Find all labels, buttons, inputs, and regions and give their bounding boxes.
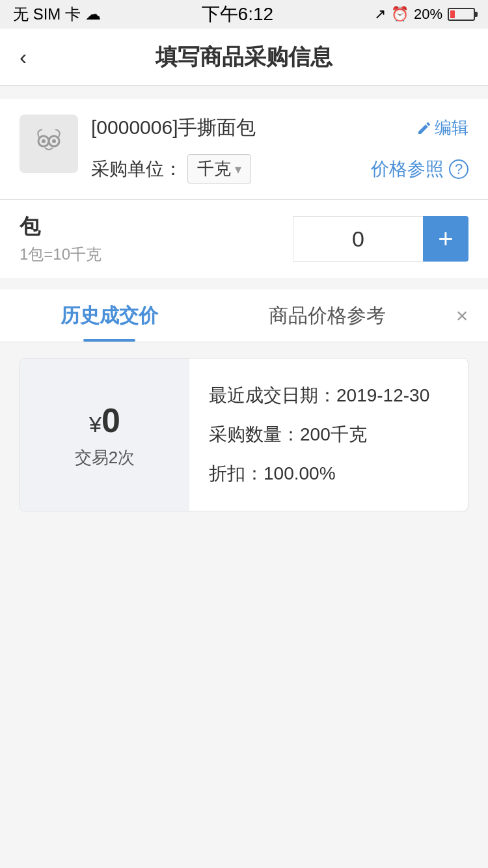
page-title: 填写商品采购信息 bbox=[156, 42, 332, 72]
status-left: 无 SIM 卡 ☁ bbox=[13, 4, 101, 25]
qty-conversion: 1包=10千克 bbox=[20, 244, 102, 265]
product-logo-icon bbox=[29, 124, 68, 163]
edit-icon bbox=[416, 120, 432, 136]
status-time: 下午6:12 bbox=[202, 2, 274, 27]
product-card: [0000006]手撕面包 编辑 采购单位： 千克 ▾ bbox=[0, 99, 488, 199]
price-ref-button[interactable]: 价格参照 ? bbox=[371, 157, 468, 182]
tab-bar: 历史成交价 商品价格参考 × bbox=[0, 290, 488, 342]
qty-input-area: 0 + bbox=[293, 216, 468, 262]
back-button[interactable]: ‹ bbox=[20, 38, 33, 76]
product-thumbnail bbox=[20, 115, 78, 173]
status-right: ↗ ⏰ 20% bbox=[374, 6, 475, 23]
tab-history-price[interactable]: 历史成交价 bbox=[0, 290, 218, 342]
edit-label: 编辑 bbox=[435, 116, 468, 139]
qty-unit-name: 包 bbox=[20, 213, 102, 241]
currency-symbol: ¥ bbox=[89, 412, 102, 437]
battery-percent: 20% bbox=[414, 6, 442, 23]
location-icon: ↗ bbox=[374, 6, 386, 23]
purchase-qty-label: 采购数量： bbox=[209, 424, 300, 444]
unit-label: 采购单位： bbox=[91, 157, 182, 182]
status-bar: 无 SIM 卡 ☁ 下午6:12 ↗ ⏰ 20% bbox=[0, 0, 488, 29]
help-icon: ? bbox=[449, 159, 468, 179]
product-info: [0000006]手撕面包 编辑 采购单位： 千克 ▾ bbox=[91, 115, 468, 183]
discount-label: 折扣： bbox=[209, 463, 264, 483]
price-ref-label: 价格参照 bbox=[371, 157, 444, 182]
edit-button[interactable]: 编辑 bbox=[416, 116, 468, 139]
page-content: [0000006]手撕面包 编辑 采购单位： 千克 ▾ bbox=[0, 99, 488, 619]
dropdown-arrow-icon: ▾ bbox=[235, 161, 241, 177]
recent-date-row: 最近成交日期：2019-12-30 bbox=[209, 382, 448, 409]
product-name-row: [0000006]手撕面包 编辑 bbox=[91, 115, 468, 141]
nav-bar: ‹ 填写商品采购信息 bbox=[0, 29, 488, 86]
qty-label-area: 包 1包=10千克 bbox=[20, 213, 102, 265]
discount-row: 折扣：100.00% bbox=[209, 460, 448, 487]
unit-select[interactable]: 千克 ▾ bbox=[187, 154, 251, 183]
history-card: ¥0 交易2次 最近成交日期：2019-12-30 采购数量：200千克 折扣：… bbox=[20, 358, 468, 511]
discount-value: 100.00% bbox=[264, 463, 336, 483]
unit-value: 千克 bbox=[197, 157, 231, 180]
sim-status: 无 SIM 卡 ☁ bbox=[13, 4, 101, 25]
trades-count: 交易2次 bbox=[75, 446, 135, 469]
battery-icon bbox=[448, 8, 475, 21]
svg-point-3 bbox=[52, 139, 56, 143]
qty-plus-button[interactable]: + bbox=[423, 216, 468, 262]
unit-row: 采购单位： 千克 ▾ 价格参照 ? bbox=[91, 154, 468, 183]
tab-history-label: 历史成交价 bbox=[61, 303, 158, 329]
alarm-icon: ⏰ bbox=[391, 6, 409, 23]
quantity-input[interactable]: 0 bbox=[293, 216, 423, 262]
recent-date-label: 最近成交日期： bbox=[209, 385, 336, 405]
tab-price-ref[interactable]: 商品价格参考 bbox=[218, 290, 436, 342]
tab-close-button[interactable]: × bbox=[436, 290, 488, 342]
recent-date-value: 2019-12-30 bbox=[336, 385, 429, 405]
product-header: [0000006]手撕面包 编辑 采购单位： 千克 ▾ bbox=[20, 115, 468, 183]
history-price-display: ¥0 bbox=[89, 401, 120, 440]
history-price-area: ¥0 交易2次 bbox=[20, 359, 189, 511]
purchase-qty-value: 200千克 bbox=[300, 424, 367, 444]
tab-active-underline bbox=[83, 339, 135, 342]
history-section: ¥0 交易2次 最近成交日期：2019-12-30 采购数量：200千克 折扣：… bbox=[0, 342, 488, 527]
svg-point-2 bbox=[42, 139, 46, 143]
purchase-qty-row: 采购数量：200千克 bbox=[209, 421, 448, 448]
price-value: 0 bbox=[102, 401, 120, 439]
tab-price-ref-label: 商品价格参考 bbox=[269, 303, 386, 329]
product-name: [0000006]手撕面包 bbox=[91, 115, 256, 141]
history-details: 最近成交日期：2019-12-30 采购数量：200千克 折扣：100.00% bbox=[189, 359, 468, 511]
quantity-section: 包 1包=10千克 0 + bbox=[0, 199, 488, 278]
